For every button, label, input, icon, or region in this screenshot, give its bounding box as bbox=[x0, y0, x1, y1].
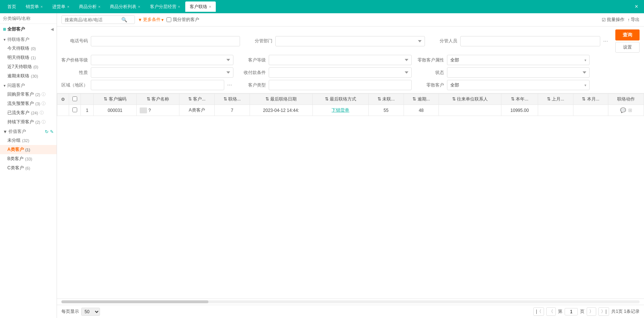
retail-cust-chevron: ▾ bbox=[584, 83, 586, 87]
first-page-button[interactable]: |〈 bbox=[533, 307, 544, 316]
dept-select[interactable] bbox=[275, 36, 425, 46]
sidebar-item-abnormal[interactable]: 回购异常客户 (2) ⓘ bbox=[0, 90, 57, 99]
select-all-checkbox[interactable] bbox=[72, 96, 77, 101]
row-last-method[interactable]: 下销货单 bbox=[332, 107, 349, 113]
nav-tab-customer-segment[interactable]: 客户分层经营 × bbox=[146, 1, 185, 12]
col-last-month-sort[interactable]: ⇅ bbox=[547, 96, 551, 102]
col-contact-sort[interactable]: ⇅ bbox=[223, 96, 227, 102]
col-type-sort[interactable]: ⇅ bbox=[188, 96, 192, 102]
problem-group-header[interactable]: ▼ 问题客户 bbox=[0, 81, 57, 90]
qr-icon[interactable]: ⊞ bbox=[628, 107, 632, 113]
customer-contact-tab-close[interactable]: × bbox=[209, 4, 211, 9]
sidebar-item-ungrouped[interactable]: 未分组 (32) bbox=[0, 136, 57, 145]
cust-type-field: 客户类型 bbox=[239, 80, 411, 90]
goods-tab-close[interactable]: × bbox=[98, 4, 100, 9]
lostwarning-info-icon[interactable]: ⓘ bbox=[42, 101, 46, 106]
region-input[interactable] bbox=[91, 80, 224, 90]
value-refresh-icon[interactable]: ↻ bbox=[45, 129, 49, 134]
customer-segment-tab-close[interactable]: × bbox=[178, 4, 180, 9]
dept-field: 分管部门 bbox=[246, 36, 425, 46]
purchase-tab-close[interactable]: × bbox=[67, 4, 69, 9]
person-dots-icon[interactable]: ··· bbox=[602, 38, 609, 45]
phone-input[interactable] bbox=[91, 36, 240, 46]
row-overdue: 48 bbox=[419, 108, 423, 113]
sidebar-collapse-icon[interactable]: ◀ bbox=[51, 27, 54, 31]
col-last-date-sort[interactable]: ⇅ bbox=[265, 96, 269, 102]
sidebar-item-a-class[interactable]: A类客户 (1) bbox=[0, 145, 57, 154]
col-name-sort[interactable]: ⇅ bbox=[147, 96, 150, 102]
nav-tab-goods-list[interactable]: 商品分析列表 × bbox=[105, 1, 144, 12]
sidebar-item-overdue[interactable]: 逾期未联络 (30) bbox=[0, 71, 57, 81]
col-this-year-sort[interactable]: ⇅ bbox=[511, 96, 515, 102]
nature-select[interactable] bbox=[91, 67, 233, 78]
status-select[interactable] bbox=[447, 67, 590, 78]
sidebar-item-today[interactable]: 今天待联络 (0) bbox=[0, 44, 57, 53]
cust-grade-field: 客户等级 bbox=[239, 55, 411, 65]
sidebar-item-c-class[interactable]: C类客户 (6) bbox=[0, 163, 57, 173]
region-dots-icon[interactable]: ··· bbox=[226, 82, 233, 88]
filter-search-icon[interactable]: 🔍 bbox=[121, 17, 127, 22]
scroll-track[interactable] bbox=[61, 300, 640, 303]
prev-page-button[interactable]: 〈 bbox=[546, 307, 556, 316]
cust-grade-select[interactable] bbox=[269, 55, 411, 65]
col-this-month-sort[interactable]: ⇅ bbox=[582, 96, 586, 102]
chat-icon[interactable]: 💬 bbox=[620, 107, 626, 113]
abnormal-label: 回购异常客户 bbox=[7, 91, 34, 98]
sales-tab-close[interactable]: × bbox=[40, 4, 43, 9]
row-type: A类客户 bbox=[189, 107, 205, 113]
sidebar-item-lost[interactable]: 已流失客户 (24) ⓘ bbox=[0, 108, 57, 117]
abnormal-info-icon[interactable]: ⓘ bbox=[42, 92, 46, 97]
pending-group-header[interactable]: ▼ 待联络客户 bbox=[0, 35, 57, 44]
declining-info-icon[interactable]: ⓘ bbox=[42, 119, 46, 125]
payment-select[interactable] bbox=[269, 67, 411, 78]
row-checkbox[interactable] bbox=[72, 107, 77, 112]
scroll-thumb[interactable] bbox=[61, 300, 208, 303]
more-filters-button[interactable]: ▼ 更多条件 ▾ bbox=[138, 17, 164, 23]
phone-label: 电话号码 bbox=[61, 38, 91, 44]
sidebar-item-b-class[interactable]: B类客户 (33) bbox=[0, 154, 57, 163]
value-group-header[interactable]: ▼ 价值客户 ↻ ✎ bbox=[0, 127, 57, 136]
sidebar-item-declining[interactable]: 持续下滑客户 (2) ⓘ bbox=[0, 117, 57, 127]
batch-op-button[interactable]: ☑ 批量操作 bbox=[602, 17, 625, 23]
goods-list-tab-close[interactable]: × bbox=[138, 4, 140, 9]
sidebar-item-lostwarning[interactable]: 流失预警客户 (3) ⓘ bbox=[0, 99, 57, 108]
col-last-method-sort[interactable]: ⇅ bbox=[325, 96, 329, 102]
dept-label: 分管部门 bbox=[246, 38, 275, 44]
setting-button[interactable]: 设置 bbox=[615, 42, 640, 53]
col-code-sort[interactable]: ⇅ bbox=[104, 96, 107, 102]
sidebar-item-tomorrow[interactable]: 明天待联络 (1) bbox=[0, 53, 57, 62]
col-overdue-sort[interactable]: ⇅ bbox=[412, 96, 416, 102]
export-button[interactable]: ↑ 导出 bbox=[627, 17, 640, 23]
page-input[interactable] bbox=[565, 308, 578, 315]
sidebar-search-input[interactable] bbox=[3, 16, 58, 21]
col-no-contact-sort[interactable]: ⇅ bbox=[378, 96, 381, 102]
query-button[interactable]: 查询 bbox=[615, 29, 640, 40]
my-customers-check[interactable] bbox=[167, 17, 171, 22]
col-unit-contact-sort[interactable]: ⇅ bbox=[452, 96, 456, 102]
close-all-button[interactable]: × bbox=[632, 2, 641, 11]
nav-tab-goods[interactable]: 商品分析 × bbox=[75, 1, 105, 12]
nav-tab-sales[interactable]: 销货单 × bbox=[21, 1, 47, 12]
retail-cust-select[interactable]: 全部 ▾ bbox=[447, 80, 590, 90]
lost-info-icon[interactable]: ⓘ bbox=[40, 110, 44, 116]
filter-search-input[interactable] bbox=[65, 17, 120, 22]
price-grade-label: 客户价格等级 bbox=[61, 57, 91, 63]
gear-icon[interactable]: ⚙ bbox=[61, 97, 65, 102]
nav-tab-purchase[interactable]: 进货单 × bbox=[48, 1, 74, 12]
page-size-select[interactable]: 20 50 100 bbox=[81, 308, 100, 316]
sidebar-item-7days[interactable]: 近7天待联络 (0) bbox=[0, 62, 57, 71]
retail-attr-select[interactable]: 全部 ▾ bbox=[447, 55, 590, 65]
table-footer: 每页显示 20 50 100 |〈 〈 第 页 〉 〉| 共1页 1条记录 bbox=[57, 305, 644, 318]
next-page-button[interactable]: 〉 bbox=[587, 307, 596, 316]
goods-tab-label: 商品分析 bbox=[79, 4, 97, 10]
all-customers-header[interactable]: ⊞ 全部客户 ◀ bbox=[0, 24, 57, 35]
batch-op-label: 批量操作 bbox=[607, 17, 625, 23]
cust-type-input[interactable] bbox=[269, 80, 411, 90]
price-grade-select[interactable] bbox=[91, 55, 233, 65]
value-edit-icon[interactable]: ✎ bbox=[50, 129, 54, 134]
person-input[interactable] bbox=[460, 36, 600, 46]
nav-tab-home[interactable]: 首页 bbox=[3, 1, 21, 12]
my-customers-checkbox[interactable]: 我分管的客户 bbox=[167, 17, 199, 23]
last-page-button[interactable]: 〉| bbox=[598, 307, 609, 316]
nav-tab-customer-contact[interactable]: 客户联络 × bbox=[185, 1, 215, 12]
